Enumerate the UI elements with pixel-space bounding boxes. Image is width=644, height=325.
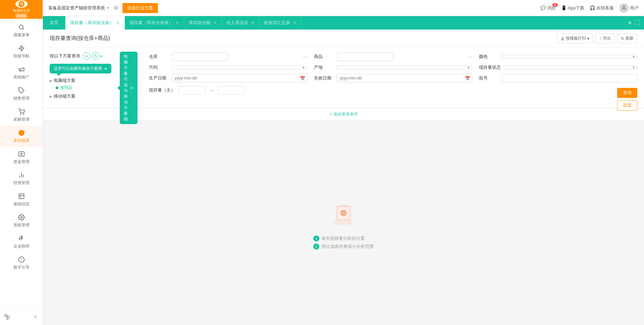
filter-row-size: 尺码 ▼ [149, 64, 307, 70]
sidebar-item-basic[interactable]: 基础信息 [0, 189, 43, 210]
svg-point-15 [20, 217, 22, 218]
sidebar-item-search[interactable]: 搜索菜单 [0, 20, 43, 41]
tab-inout-flow[interactable]: 出入库流水 ✕ [222, 16, 259, 30]
inventory-main-max[interactable] [218, 86, 245, 95]
batch-no-input[interactable] [502, 74, 637, 83]
sidebar-item-finance[interactable]: 资金管理 [0, 147, 43, 168]
goods-input[interactable] [337, 52, 393, 61]
export-btn[interactable]: ↑ 导出 [596, 34, 614, 43]
sidebar-item-purchase[interactable]: 采购管理 [0, 105, 43, 126]
tab-close-all-btn[interactable]: ✕ [628, 20, 632, 26]
inventory-range-sep: — [209, 88, 214, 93]
search-btn[interactable]: 查询 [617, 88, 637, 98]
tooltip-1-close[interactable]: ✕ [130, 86, 133, 91]
tab-inout-flow-close[interactable]: ✕ [251, 20, 254, 25]
message-btn[interactable]: 💬 消息 6 [540, 5, 556, 11]
filter-grid-3: 生产日期 📅 失效日期 📅 [149, 74, 637, 83]
topbar-right: 💬 消息 6 📱 App下载 🎧 在线客服 用户 [540, 3, 639, 13]
sidebar-item-marketing[interactable]: 营销推广 [0, 62, 43, 84]
color-label: 颜色 [479, 54, 499, 60]
reset-btn[interactable]: 设置 [617, 100, 637, 111]
trial-btn[interactable]: 体验行业方案 [122, 3, 158, 13]
tab-inventory-dist[interactable]: 现存量（库存分布表） ✕ [125, 16, 184, 30]
tab-home[interactable]: 首页 [43, 16, 65, 30]
expiry-date-start-input[interactable] [337, 74, 472, 83]
lightning-icon [18, 45, 25, 52]
filter-left-arrow[interactable]: « [100, 53, 103, 59]
expiry-date-calendar-icon[interactable]: 📅 [465, 76, 470, 81]
sidebar-item-label: 采购管理 [13, 117, 30, 122]
prod-date-label: 生产日期 [149, 75, 169, 81]
sidebar-item-enterprise[interactable]: 企业协同 [0, 231, 43, 253]
size-select-wrapper: ▼ [172, 65, 307, 69]
tooltip-bubble-2: 这里可以创建和修改方案哦 ✕ [50, 64, 111, 73]
filter-refresh-btn[interactable]: ↻ [92, 52, 100, 60]
tab-maximize-btn[interactable]: ⛶ [635, 20, 640, 26]
tab-batch-account-close[interactable]: ✕ [213, 20, 217, 25]
tooltip-text-2: 这里可以创建和修改方案哦 [54, 66, 102, 71]
filter-add-btn[interactable]: + [83, 52, 90, 60]
print-icon: 🖨 [560, 36, 565, 41]
tab-receive-summary-label: 收发存汇总表 [264, 20, 290, 26]
inventory-status-select[interactable] [503, 65, 637, 69]
sidebar-item-label: 企业协同 [13, 243, 30, 249]
topbar: 装备及固定资产辅助管理系统 ▼ ⚙ 体验行业方案 💬 消息 6 📱 App下载 … [43, 0, 644, 16]
chart-icon [18, 171, 25, 179]
tab-receive-summary[interactable]: 收发存汇总表 ✕ [259, 16, 301, 30]
size-label: 尺码 [149, 64, 169, 70]
app-download-btn[interactable]: 📱 App下载 [561, 5, 584, 11]
sidebar-item-quick-nav[interactable]: 快捷导航 [0, 41, 43, 62]
export-label: 导出 [603, 36, 611, 41]
hint-num-1: 1 [313, 235, 319, 241]
warehouse-more-icon[interactable]: ⋯ [303, 54, 307, 59]
tab-inventory-status[interactable]: 现存量（库存状况表） ✕ [65, 16, 125, 30]
tab-batch-account[interactable]: 库存批次账 ✕ [184, 16, 222, 30]
user-btn[interactable]: 用户 [619, 3, 639, 13]
sidebar-footer [0, 310, 43, 325]
tooltip-bubble-1: 电脑方案可设为移动方案哦 ✕ [120, 52, 138, 124]
footer-collapse-btn[interactable] [33, 314, 39, 321]
topbar-left: 装备及固定资产辅助管理系统 ▼ ⚙ 体验行业方案 [48, 3, 158, 13]
box-icon [18, 129, 25, 137]
warehouse-label: 仓库 [149, 54, 169, 60]
prod-date-start-input[interactable] [172, 74, 307, 83]
logo-icon [15, 0, 28, 8]
empty-hints: 1 请先选择要分析的方案 2 用过滤条件来缩小分析范围 [313, 235, 374, 250]
scheme-desktop-arrow: ▶ [50, 79, 52, 83]
size-select-arrow: ▼ [302, 66, 305, 69]
settings-gear-btn[interactable]: ⚙ [114, 5, 118, 11]
collapse-arrow: ∧ [329, 112, 332, 116]
sidebar-item-operations[interactable]: 经营管理 [0, 168, 43, 189]
template-print-btn[interactable]: 🖨 按模板打印 ▾ [557, 34, 593, 43]
sidebar-item-system[interactable]: 系统管理 [0, 210, 43, 231]
tooltip-2-close[interactable]: ✕ [104, 66, 107, 71]
inventory-status-label: 现存量状态 [479, 64, 501, 70]
tab-inventory-status-close[interactable]: ✕ [116, 20, 120, 25]
refresh-icon: ↻ [621, 36, 624, 41]
footer-settings-btn[interactable] [4, 314, 10, 321]
size-select[interactable] [172, 65, 307, 69]
color-select[interactable] [502, 55, 637, 59]
prod-date-start-calendar-icon[interactable]: 📅 [300, 76, 305, 81]
sidebar-item-inventory[interactable]: 库存核算 [0, 126, 43, 147]
online-service-btn[interactable]: 🎧 在线客服 [590, 5, 614, 11]
goods-input-wrapper [337, 52, 465, 61]
inventory-main-min[interactable] [178, 86, 205, 95]
svg-point-19 [623, 6, 625, 8]
svg-point-1 [19, 4, 20, 5]
list-icon [18, 193, 25, 200]
system-selector[interactable]: 装备及固定资产辅助管理系统 ▼ [48, 5, 110, 11]
refresh-btn[interactable]: ↻ 刷新 [617, 34, 637, 43]
tab-receive-summary-close[interactable]: ✕ [293, 20, 296, 25]
warehouse-input[interactable] [172, 52, 228, 61]
cart-icon [18, 108, 25, 115]
hint-text-1: 请先选择要分析的方案 [321, 235, 365, 241]
goods-more-icon[interactable]: ⋯ [468, 54, 472, 59]
origin-select-arrow: ▼ [467, 66, 470, 69]
sidebar-item-guide[interactable]: 新手引导 [0, 253, 43, 274]
sidebar-item-sales[interactable]: 销售管理 [0, 84, 43, 105]
scheme-dot [56, 87, 58, 89]
tab-inventory-dist-close[interactable]: ✕ [176, 20, 179, 25]
origin-select[interactable] [337, 65, 472, 69]
search-icon [18, 23, 25, 31]
